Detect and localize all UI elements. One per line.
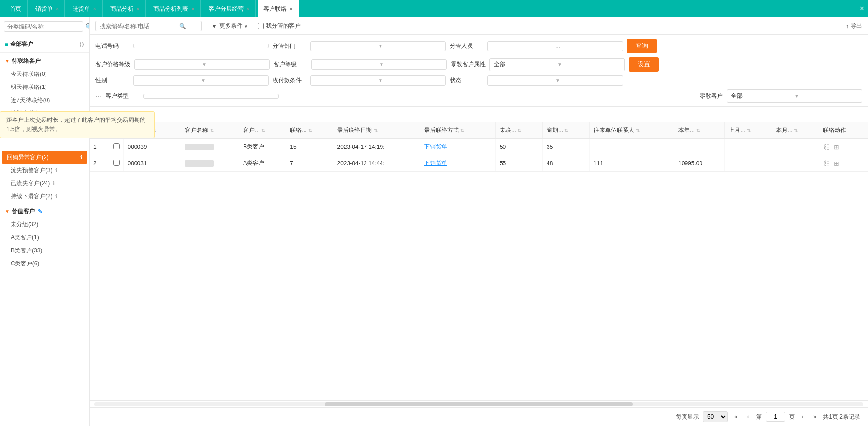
col-this-month[interactable]: 本月... ⇅	[772, 122, 819, 139]
phone-input[interactable]	[133, 44, 269, 48]
export-btn[interactable]: ↑ 导出	[846, 22, 862, 30]
value-customer-header[interactable]: ▼ 价值客户 ✎	[0, 205, 89, 218]
sort-unit-contact-icon[interactable]: ⇅	[636, 128, 640, 133]
sidebar-item-abnormal-repurchase[interactable]: 回购异常客户(2) ℹ	[2, 151, 87, 164]
scrollbar-track[interactable]	[94, 402, 863, 406]
row2-action-link[interactable]: ⛓	[823, 160, 830, 167]
sidebar-item-declining[interactable]: 持续下滑客户(2) ℹ	[0, 190, 89, 203]
pending-contact-header[interactable]: ▼ 待联络客户	[0, 55, 89, 68]
sort-contact-icon[interactable]: ⇅	[308, 128, 312, 133]
horizontal-scrollbar[interactable]	[90, 400, 868, 407]
page-number-input[interactable]	[766, 412, 785, 422]
table-row: 2 000031 A类客户 7 2023-04-12 14:44: 下销货单 5…	[90, 155, 868, 172]
close-tab-product-analysis[interactable]: ×	[137, 6, 139, 12]
per-page-select[interactable]: 50 100 200	[703, 411, 728, 422]
row1-last-method[interactable]: 下销货单	[420, 139, 495, 155]
search-box[interactable]: 🔍	[95, 21, 202, 31]
next-page-btn[interactable]: ›	[799, 412, 807, 421]
payment-label: 收付款条件	[273, 76, 306, 85]
sidebar-item-b-class[interactable]: B类客户(33)	[0, 244, 89, 257]
close-tab-product-list[interactable]: ×	[191, 6, 194, 12]
tab-home[interactable]: 首页	[4, 0, 28, 17]
col-no-contact[interactable]: 未联... ⇅	[495, 122, 542, 139]
tab-customer-segmentation[interactable]: 客户分层经营 ×	[203, 0, 256, 17]
all-customers-header[interactable]: ■ 全部客户 ⟩⟩	[0, 36, 89, 53]
sidebar-item-today[interactable]: 今天待联络(0)	[0, 68, 89, 81]
close-tab-contact[interactable]: ×	[289, 6, 292, 12]
person-dropdown[interactable]: …	[487, 41, 623, 51]
my-customers-filter[interactable]: 我分管的客户	[258, 22, 301, 30]
col-overdue[interactable]: 逾期... ⇅	[543, 122, 590, 139]
tab-product-analysis[interactable]: 商品分析 ×	[105, 0, 146, 17]
status-dropdown[interactable]: ▼	[487, 75, 623, 86]
edit-value-icon[interactable]: ✎	[38, 208, 42, 215]
sort-name-icon[interactable]: ⇅	[210, 128, 214, 133]
gender-dropdown[interactable]: ▼	[133, 75, 269, 86]
sidebar: 🔍 ■ 全部客户 ⟩⟩ ▼ 待联络客户 今天待联络(0) 明天待联络(1) 近7…	[0, 17, 90, 426]
last-page-btn[interactable]: »	[810, 412, 820, 421]
sidebar-search-icon[interactable]: 🔍	[85, 23, 90, 30]
tab-product-analysis-list[interactable]: 商品分析列表 ×	[148, 0, 200, 17]
price-level-dropdown[interactable]: ▼	[134, 59, 270, 70]
retail-arrow: ▼	[794, 93, 858, 99]
sort-date-icon[interactable]: ⇅	[374, 128, 378, 133]
sidebar-item-loss-warning[interactable]: 流失预警客户(3) ℹ	[0, 164, 89, 177]
row2-last-method[interactable]: 下销货单	[420, 155, 495, 172]
sidebar-item-tomorrow[interactable]: 明天待联络(1)	[0, 81, 89, 94]
col-this-year[interactable]: 本年... ⇅	[674, 122, 725, 139]
row1-action-link[interactable]: ⛓	[823, 143, 830, 151]
dept-dropdown[interactable]: ▼	[310, 41, 446, 51]
more-conditions-btn[interactable]: ▼ 更多条件 ∧	[208, 20, 252, 31]
retail-attr-dropdown[interactable]: 全部 ▼	[489, 58, 625, 71]
sidebar-search-input[interactable]	[4, 21, 83, 32]
customer-level-dropdown[interactable]: ▼	[311, 59, 447, 70]
sidebar-item-a-class[interactable]: A类客户(1)	[0, 231, 89, 244]
col-type[interactable]: 客户... ⇅	[239, 122, 286, 139]
tab-customer-contact[interactable]: 客户联络 ×	[258, 0, 299, 17]
customer-type-dropdown[interactable]	[143, 94, 279, 99]
my-customers-checkbox[interactable]	[258, 23, 264, 29]
sidebar-item-7days[interactable]: 近7天待联络(0)	[0, 94, 89, 107]
prev-page-btn[interactable]: ‹	[745, 412, 752, 421]
row1-last-month	[725, 139, 772, 155]
sort-no-contact-icon[interactable]: ⇅	[518, 128, 521, 133]
col-name[interactable]: 客户名称 ⇅	[181, 122, 239, 139]
sort-method-icon[interactable]: ⇅	[460, 128, 464, 133]
close-tab-customer-seg[interactable]: ×	[246, 6, 249, 12]
collapse-sidebar-btn[interactable]: ⟩⟩	[79, 41, 84, 48]
col-last-month[interactable]: 上月... ⇅	[725, 122, 772, 139]
sort-type-icon[interactable]: ⇅	[261, 128, 265, 133]
col-unit-contact[interactable]: 往来单位联系人 ⇅	[590, 122, 674, 139]
search-input[interactable]	[100, 23, 177, 29]
sort-this-year-icon[interactable]: ⇅	[696, 128, 700, 133]
sort-last-month-icon[interactable]: ⇅	[747, 128, 751, 133]
close-tab-purchase[interactable]: ×	[93, 6, 96, 12]
scrollbar-thumb[interactable]	[325, 402, 632, 406]
row2-action-grid[interactable]: ⊞	[834, 160, 839, 167]
retail-label: 零散客户	[700, 92, 723, 100]
dept-dropdown-arrow: ▼	[378, 44, 442, 49]
query-button[interactable]: 查询	[627, 39, 657, 53]
row1-checkbox[interactable]	[109, 139, 123, 155]
sidebar-item-lost[interactable]: 已流失客户(24) ℹ	[0, 177, 89, 190]
sidebar-item-ungroup[interactable]: 未分组(32)	[0, 218, 89, 231]
tab-sales-order[interactable]: 销货单 ×	[30, 0, 65, 17]
col-contact-count[interactable]: 联络... ⇅	[286, 122, 333, 139]
sort-overdue-icon[interactable]: ⇅	[564, 128, 568, 133]
setting-button[interactable]: 设置	[629, 57, 659, 72]
first-page-btn[interactable]: «	[731, 412, 741, 421]
close-all-tabs[interactable]: ×	[860, 4, 864, 13]
retail-dropdown[interactable]: 全部 ▼	[727, 89, 862, 103]
search-icon[interactable]: 🔍	[179, 23, 186, 29]
tab-purchase[interactable]: 进货单 ×	[67, 0, 102, 17]
col-last-date[interactable]: 最后联络日期 ⇅	[333, 122, 420, 139]
payment-dropdown[interactable]: ▼	[310, 75, 446, 86]
row2-checkbox[interactable]	[109, 155, 123, 172]
sidebar-item-c-class[interactable]: C类客户(6)	[0, 257, 89, 270]
advanced-filters: 电话号码 分管部门 ▼ 分管人员 … 查询 客户价格等级	[90, 35, 868, 107]
filter-more-dots[interactable]: ···	[95, 92, 102, 101]
row1-action-grid[interactable]: ⊞	[834, 143, 839, 151]
sort-this-month-icon[interactable]: ⇅	[794, 128, 798, 133]
close-tab-sales[interactable]: ×	[56, 6, 59, 12]
col-last-method[interactable]: 最后联络方式 ⇅	[420, 122, 495, 139]
